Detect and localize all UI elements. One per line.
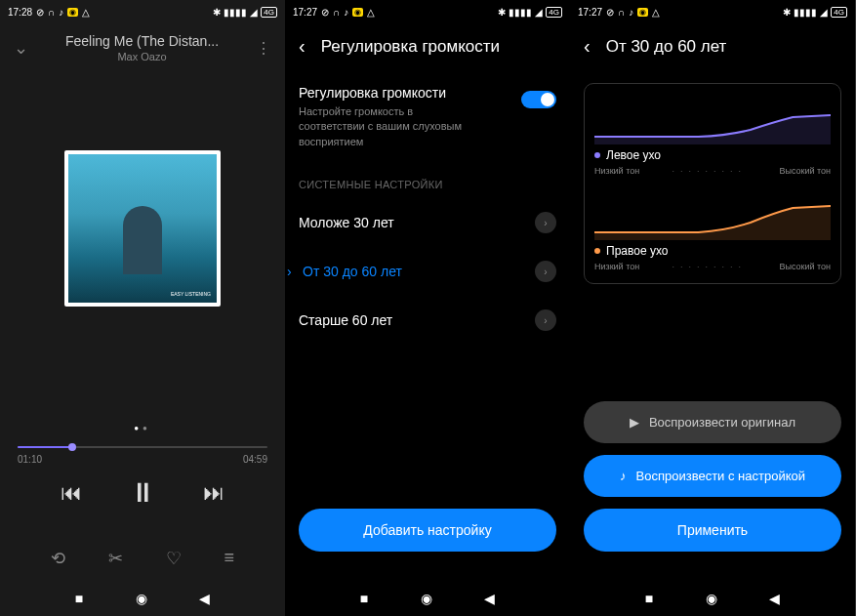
bluetooth-icon: ✱ (213, 7, 221, 18)
page-title: От 30 до 60 лет (606, 37, 727, 57)
nav-bar: ■ ◉ ◀ (285, 581, 570, 616)
hearing-profile-screen: 17:27 ⊘ ∩ ♪ ◉ △ ✱ ▮▮▮▮ ◢ 4G ‹ От 30 до 6… (570, 0, 855, 616)
toggle-desc: Настройте громкость в соответствии с ваш… (299, 104, 521, 149)
back-button[interactable]: ‹ (299, 35, 306, 58)
headphones-icon: ∩ (618, 7, 625, 18)
age-option-under30[interactable]: Моложе 30 лет › (285, 198, 570, 247)
nav-recent[interactable]: ■ (360, 591, 368, 606)
tiktok-icon: ♪ (344, 7, 348, 18)
pager-dots[interactable]: ●● (0, 424, 285, 432)
volume-toggle-row: Регулировка громкости Настройте громкост… (285, 69, 570, 159)
signal-icon: ▮▮▮▮ (509, 7, 532, 18)
song-title: Feeling Me (The Distan... (28, 33, 256, 49)
chevron-right-icon: › (535, 309, 556, 331)
favorite-button[interactable]: ♡ (166, 548, 182, 569)
play-original-button[interactable]: ▶ Воспроизвести оригинал (584, 401, 841, 443)
triangle-icon: △ (367, 7, 375, 18)
status-time: 17:27 (293, 7, 317, 18)
network-badge: 4G (546, 7, 562, 18)
progress-slider[interactable] (18, 446, 267, 448)
headphones-icon: ∩ (48, 7, 55, 18)
nav-back[interactable]: ◀ (769, 591, 780, 606)
chevron-right-icon: › (535, 212, 556, 233)
nav-bar: ■ ◉ ◀ (570, 581, 855, 616)
music-player-screen: 17:28 ⊘ ∩ ♪ ◉ △ ✱ ▮▮▮▮ ◢ 4G ⌄ Feeling Me… (0, 0, 285, 616)
network-badge: 4G (831, 7, 847, 18)
hearing-chart: Левое ухо Низкий тон ········· Высокий т… (584, 83, 841, 284)
signal-icon: ▮▮▮▮ (794, 7, 817, 18)
dnd-icon: ⊘ (606, 7, 614, 18)
status-time: 17:27 (578, 7, 602, 18)
wifi-icon: ◢ (535, 7, 543, 18)
pause-button[interactable]: ⏸ (129, 476, 156, 509)
nav-recent[interactable]: ■ (75, 591, 83, 606)
triangle-icon: △ (82, 7, 90, 18)
app-badge-icon: ◉ (637, 8, 648, 17)
left-ear-chart: Левое ухо Низкий тон ········· Высокий т… (594, 96, 831, 176)
volume-toggle[interactable] (521, 91, 556, 108)
section-label: СИСТЕМНЫЕ НАСТРОЙКИ (285, 159, 570, 198)
settings-header: ‹ От 30 до 60 лет (570, 23, 855, 69)
page-title: Регулировка громкости (321, 37, 500, 57)
time-elapsed: 01:10 (18, 454, 42, 465)
axis-ticks: ········· (673, 262, 748, 271)
nav-recent[interactable]: ■ (645, 591, 653, 606)
legend-dot-left (594, 152, 600, 158)
repeat-button[interactable]: ⟲ (51, 548, 65, 569)
status-bar: 17:27 ⊘ ∩ ♪ ◉ △ ✱ ▮▮▮▮ ◢ 4G (570, 0, 855, 23)
time-total: 04:59 (243, 454, 267, 465)
status-bar: 17:28 ⊘ ∩ ♪ ◉ △ ✱ ▮▮▮▮ ◢ 4G (0, 0, 285, 23)
app-badge-icon: ◉ (67, 8, 78, 17)
play-icon: ▶ (630, 415, 639, 430)
signal-icon: ▮▮▮▮ (224, 7, 247, 18)
nav-home[interactable]: ◉ (421, 591, 432, 606)
prev-button[interactable]: ⏮ (61, 480, 82, 506)
nav-home[interactable]: ◉ (706, 591, 717, 606)
toggle-title: Регулировка громкости (299, 85, 521, 101)
axis-high-label: Высокий тон (779, 166, 831, 176)
bluetooth-icon: ✱ (783, 7, 791, 18)
album-art[interactable]: MAX OAZO FEELING ME THE DISTANCE & IGI R… (64, 150, 221, 307)
age-option-30to60[interactable]: От 30 до 60 лет › (285, 247, 570, 296)
headphones-icon: ∩ (333, 7, 340, 18)
collapse-button[interactable]: ⌄ (14, 37, 28, 59)
nav-home[interactable]: ◉ (136, 591, 147, 606)
album-brand: EASY LISTENING (171, 291, 211, 297)
axis-ticks: ········· (673, 166, 748, 176)
bluetooth-icon: ✱ (498, 7, 506, 18)
nav-back[interactable]: ◀ (484, 591, 495, 606)
more-button[interactable]: ⋮ (256, 39, 271, 58)
status-time: 17:28 (8, 7, 32, 18)
dnd-icon: ⊘ (321, 7, 329, 18)
song-artist: Max Oazo (28, 51, 256, 62)
dnd-icon: ⊘ (36, 7, 44, 18)
next-button[interactable]: ⏭ (203, 480, 224, 506)
age-option-over60[interactable]: Старше 60 лет › (285, 296, 570, 345)
equalizer-icon: ♪ (620, 469, 627, 483)
track-info: Feeling Me (The Distan... Max Oazo (28, 33, 256, 62)
add-setting-button[interactable]: Добавить настройку (299, 509, 556, 552)
axis-low-label: Низкий тон (594, 262, 639, 271)
right-ear-chart: Правое ухо Низкий тон ········· Высокий … (594, 191, 831, 271)
cut-button[interactable]: ✂ (108, 548, 123, 569)
app-badge-icon: ◉ (352, 8, 363, 17)
status-bar: 17:27 ⊘ ∩ ♪ ◉ △ ✱ ▮▮▮▮ ◢ 4G (285, 0, 570, 23)
playlist-button[interactable]: ≡ (224, 548, 235, 569)
axis-low-label: Низкий тон (594, 166, 639, 176)
tiktok-icon: ♪ (629, 7, 633, 18)
player-header: ⌄ Feeling Me (The Distan... Max Oazo ⋮ (0, 23, 285, 72)
nav-bar: ■ ◉ ◀ (0, 581, 285, 616)
chevron-right-icon: › (535, 261, 556, 282)
apply-button[interactable]: Применить (584, 509, 841, 552)
left-ear-label: Левое ухо (606, 148, 661, 162)
right-ear-label: Правое ухо (606, 244, 668, 258)
wifi-icon: ◢ (250, 7, 258, 18)
triangle-icon: △ (652, 7, 660, 18)
axis-high-label: Высокий тон (779, 262, 831, 271)
legend-dot-right (594, 248, 600, 254)
volume-settings-screen: 17:27 ⊘ ∩ ♪ ◉ △ ✱ ▮▮▮▮ ◢ 4G ‹ Регулировк… (285, 0, 570, 616)
play-custom-button[interactable]: ♪ Воспроизвести с настройкой (584, 455, 841, 497)
wifi-icon: ◢ (820, 7, 828, 18)
nav-back[interactable]: ◀ (199, 591, 210, 606)
back-button[interactable]: ‹ (584, 35, 591, 58)
